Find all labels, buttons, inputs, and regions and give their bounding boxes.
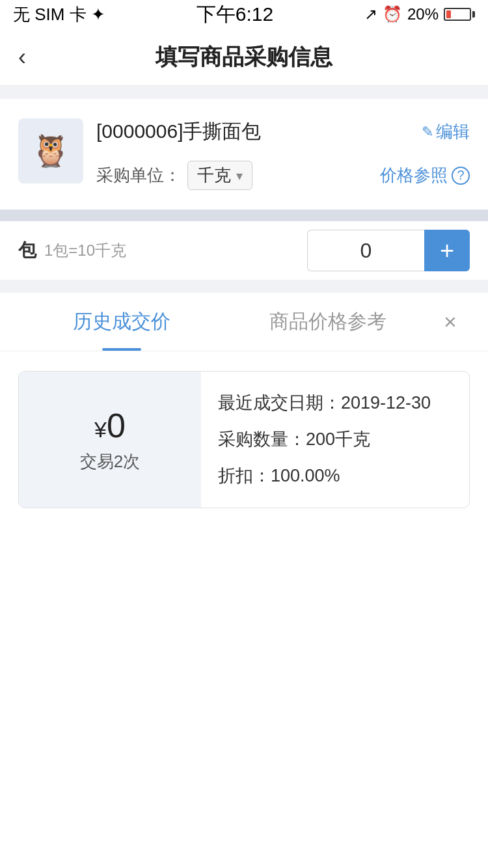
price-reference-button[interactable]: 价格参照 ?: [380, 164, 470, 187]
discount-label: 折扣：: [218, 466, 271, 485]
quantity-input[interactable]: 0: [307, 230, 424, 271]
product-info: [0000006]手撕面包 ✎ 编辑 采购单位： 千克 ▾ 价格参照 ?: [96, 118, 470, 190]
dropdown-arrow-icon: ▾: [236, 168, 243, 183]
discount-row: 折扣：100.00%: [218, 464, 452, 489]
tab-close-button[interactable]: ×: [431, 303, 470, 342]
edit-button[interactable]: ✎ 编辑: [422, 120, 470, 143]
purchase-quantity-value: 200千克: [306, 429, 370, 449]
page-header: ‹ 填写商品采购信息: [0, 29, 488, 86]
quantity-unit-label: 包: [18, 238, 36, 263]
tabs-header: 历史成交价 商品价格参考 ×: [0, 293, 488, 351]
section-divider: [0, 210, 488, 221]
help-icon: ?: [452, 167, 470, 185]
tab-history-price[interactable]: 历史成交价: [18, 293, 224, 351]
price-ref-label: 价格参照: [380, 164, 448, 187]
page-title: 填写商品采购信息: [156, 42, 332, 72]
status-time: 下午6:12: [197, 1, 273, 28]
status-right: ↗ ⏰ 20%: [364, 5, 475, 23]
battery-icon: [444, 8, 475, 21]
tabs-panel: 历史成交价 商品价格参考 × ¥0 交易2次 最近成交日期：2019-12-30…: [0, 293, 488, 528]
page-rest: [0, 528, 488, 868]
product-thumbnail: 🦉: [18, 118, 83, 183]
recent-date-label: 最近成交日期：: [218, 393, 341, 413]
recent-date-row: 最近成交日期：2019-12-30: [218, 391, 452, 416]
purchase-quantity-label: 采购数量：: [218, 429, 306, 449]
currency-symbol: ¥: [94, 417, 107, 442]
location-icon: ↗: [364, 5, 377, 23]
quantity-row: 包 1包=10千克 0 +: [0, 221, 488, 280]
status-bar: 无 SIM 卡 ✦ 下午6:12 ↗ ⏰ 20%: [0, 0, 488, 29]
back-button[interactable]: ‹: [18, 44, 26, 71]
recent-date-value: 2019-12-30: [341, 393, 431, 413]
purchase-quantity-row: 采购数量：200千克: [218, 427, 452, 452]
history-price-display: ¥0: [94, 406, 126, 445]
quantity-plus-button[interactable]: +: [424, 230, 470, 271]
battery-percent: 20%: [407, 5, 439, 23]
unit-label: 采购单位：: [96, 164, 181, 187]
sim-label: 无 SIM 卡 ✦: [13, 3, 105, 26]
discount-value: 100.00%: [271, 466, 340, 485]
edit-icon: ✎: [422, 124, 433, 141]
history-right-panel: 最近成交日期：2019-12-30 采购数量：200千克 折扣：100.00%: [201, 372, 469, 508]
history-left-panel: ¥0 交易2次: [19, 372, 201, 508]
unit-selector[interactable]: 千克 ▾: [187, 161, 252, 190]
history-trades-count: 交易2次: [80, 450, 140, 473]
product-image-icon: 🦉: [31, 133, 70, 169]
status-left: 无 SIM 卡 ✦: [13, 3, 105, 26]
product-name: [0000006]手撕面包: [96, 118, 261, 145]
product-card: 🦉 [0000006]手撕面包 ✎ 编辑 采购单位： 千克 ▾: [0, 99, 488, 210]
quantity-hint: 1包=10千克: [44, 240, 307, 261]
price-value: 0: [107, 407, 126, 444]
quantity-input-wrap: 0 +: [307, 230, 470, 271]
unit-value: 千克: [197, 164, 231, 187]
tab-product-price-reference[interactable]: 商品价格参考: [224, 293, 431, 351]
history-card: ¥0 交易2次 最近成交日期：2019-12-30 采购数量：200千克 折扣：…: [18, 371, 470, 508]
history-content: ¥0 交易2次 最近成交日期：2019-12-30 采购数量：200千克 折扣：…: [0, 351, 488, 528]
alarm-icon: ⏰: [383, 5, 402, 23]
tab-active-indicator: [102, 348, 141, 351]
